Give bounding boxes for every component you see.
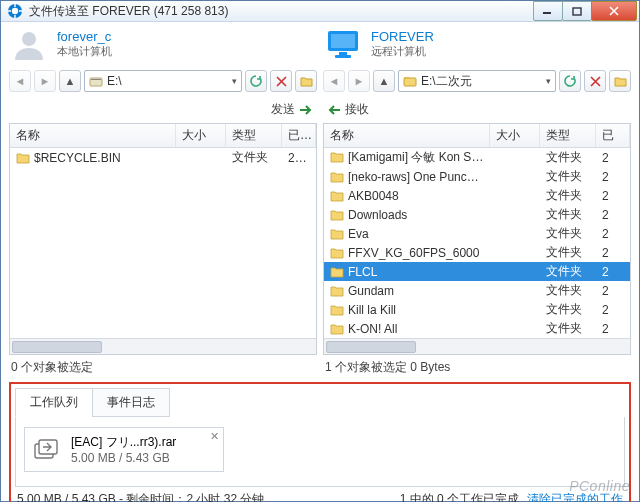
svg-point-4 [22,32,36,46]
remote-title: FOREVER [371,29,434,44]
maximize-button[interactable] [562,1,592,21]
col-mod[interactable]: 已 [596,124,630,147]
summary-right: 1 中的 0 个工作已完成 [400,491,519,502]
nav-forward-button[interactable]: ► [348,70,370,92]
new-folder-button[interactable] [295,70,317,92]
receive-button[interactable]: 接收 [323,99,373,120]
clear-completed-link[interactable]: 清除已完成的工作 [527,491,623,502]
send-button[interactable]: 发送 [267,99,317,120]
remote-path-input[interactable]: E:\二次元 ▾ [398,70,556,92]
col-size[interactable]: 大小 [176,124,226,147]
local-subtitle: 本地计算机 [57,44,112,59]
dropdown-icon: ▾ [546,76,551,86]
local-toolbar: ◄ ► ▲ E:\ ▾ [9,68,317,96]
table-row[interactable]: [Kamigami] 今敏 Kon Sat...文件夹2 [324,148,630,167]
remote-path-text: E:\二次元 [421,73,472,90]
remote-scroll-x[interactable] [324,338,630,354]
content-area: forever_c 本地计算机 ◄ ► ▲ E:\ ▾ [1,22,639,502]
bottom-section: 工作队列 事件日志 ✕ [EAC] フリ...rr3).rar 5.00 MB … [9,382,631,502]
svg-rect-9 [339,52,347,55]
remote-subtitle: 远程计算机 [371,44,434,59]
nav-back-button[interactable]: ◄ [9,70,31,92]
remote-toolbar: ◄ ► ▲ E:\二次元 ▾ [323,68,631,96]
refresh-button[interactable] [559,70,581,92]
svg-point-1 [12,8,18,14]
send-label: 发送 [271,101,295,118]
split-panes: forever_c 本地计算机 ◄ ► ▲ E:\ ▾ [9,24,631,380]
refresh-button[interactable] [245,70,267,92]
send-arrow-icon [299,104,313,116]
highlight-box: 工作队列 事件日志 ✕ [EAC] フリ...rr3).rar 5.00 MB … [9,382,631,502]
table-row[interactable]: Downloads文件夹2 [324,205,630,224]
svg-rect-12 [404,78,416,86]
nav-up-button[interactable]: ▲ [373,70,395,92]
local-scroll-x[interactable] [10,338,316,354]
local-list-header: 名称 大小 类型 已修 [10,124,316,148]
nav-up-button[interactable]: ▲ [59,70,81,92]
delete-button[interactable] [584,70,606,92]
table-row[interactable]: FLCL文件夹2 [324,262,630,281]
new-folder-button[interactable] [609,70,631,92]
local-path-text: E:\ [107,74,122,88]
recv-arrow-icon [327,104,341,116]
remote-file-list: 名称 大小 类型 已 [Kamigami] 今敏 Kon Sat...文件夹2[… [323,123,631,355]
svg-rect-3 [573,8,581,15]
job-area: ✕ [EAC] フリ...rr3).rar 5.00 MB / 5.43 GB [15,417,625,487]
window-title: 文件传送至 FOREVER (471 258 813) [29,3,534,20]
tab-queue[interactable]: 工作队列 [15,388,93,417]
svg-rect-2 [543,12,551,14]
user-avatar-icon [11,28,47,60]
titlebar: 文件传送至 FOREVER (471 258 813) [1,1,639,22]
table-row[interactable]: K-ON! All文件夹2 [324,319,630,338]
monitor-icon [325,28,361,60]
svg-rect-8 [331,34,355,48]
table-row[interactable]: $RECYCLE.BIN文件夹2017 [10,148,316,167]
delete-button[interactable] [270,70,292,92]
col-name[interactable]: 名称 [10,124,176,147]
minimize-button[interactable] [533,1,563,21]
table-row[interactable]: Gundam文件夹2 [324,281,630,300]
local-header: forever_c 本地计算机 [9,24,317,68]
app-window: 文件传送至 FOREVER (471 258 813) forever_c 本地… [0,0,640,502]
local-file-list: 名称 大小 类型 已修 $RECYCLE.BIN文件夹2017 [9,123,317,355]
bottom-tabs: 工作队列 事件日志 [15,388,625,417]
summary-left: 5.00 MB / 5.43 GB - 剩余时间：2 小时 32 分钟 [17,491,264,502]
table-row[interactable]: AKB0048文件夹2 [324,186,630,205]
col-size[interactable]: 大小 [490,124,540,147]
app-icon [7,3,23,19]
remote-list-header: 名称 大小 类型 已 [324,124,630,148]
window-controls [534,1,637,21]
job-filename: [EAC] フリ...rr3).rar [71,434,176,451]
local-path-input[interactable]: E:\ ▾ [84,70,242,92]
job-close-icon[interactable]: ✕ [210,430,219,443]
remote-pane: FOREVER 远程计算机 ◄ ► ▲ E:\二次元 ▾ [323,24,631,380]
local-title: forever_c [57,29,112,44]
close-window-button[interactable] [591,1,637,21]
svg-rect-6 [91,79,101,80]
local-pane: forever_c 本地计算机 ◄ ► ▲ E:\ ▾ [9,24,317,380]
remote-status: 1 个对象被选定 0 Bytes [323,355,631,380]
job-card[interactable]: ✕ [EAC] フリ...rr3).rar 5.00 MB / 5.43 GB [24,427,224,472]
col-type[interactable]: 类型 [540,124,596,147]
col-mod[interactable]: 已修 [282,124,316,147]
nav-forward-button[interactable]: ► [34,70,56,92]
remote-action-bar: 接收 [323,96,631,123]
col-name[interactable]: 名称 [324,124,490,147]
table-row[interactable]: Eva文件夹2 [324,224,630,243]
col-type[interactable]: 类型 [226,124,282,147]
table-row[interactable]: Kill la Kill文件夹2 [324,300,630,319]
dropdown-icon: ▾ [232,76,237,86]
recv-label: 接收 [345,101,369,118]
local-status: 0 个对象被选定 [9,355,317,380]
tab-log[interactable]: 事件日志 [92,388,170,417]
local-action-bar: 发送 [9,96,317,123]
table-row[interactable]: [neko-raws] One Punch ...文件夹2 [324,167,630,186]
table-row[interactable]: FFXV_KG_60FPS_6000文件夹2 [324,243,630,262]
remote-list-body[interactable]: [Kamigami] 今敏 Kon Sat...文件夹2[neko-raws] … [324,148,630,338]
nav-back-button[interactable]: ◄ [323,70,345,92]
job-progress: 5.00 MB / 5.43 GB [71,451,176,465]
local-list-body[interactable]: $RECYCLE.BIN文件夹2017 [10,148,316,338]
file-transfer-icon [33,438,61,462]
remote-header: FOREVER 远程计算机 [323,24,631,68]
summary-row: 5.00 MB / 5.43 GB - 剩余时间：2 小时 32 分钟 1 中的… [15,487,625,502]
